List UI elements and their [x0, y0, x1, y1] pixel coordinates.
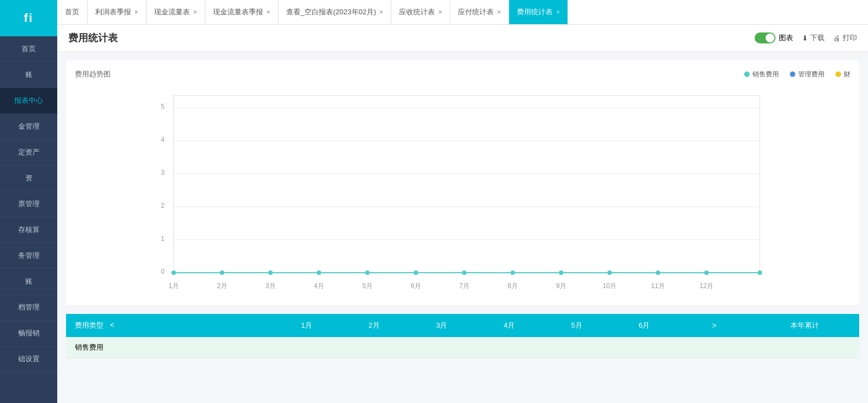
tab-home[interactable]: 首页	[57, 0, 88, 24]
svg-text:3月: 3月	[265, 282, 276, 290]
legend-mgmt: 管理费用	[790, 70, 825, 79]
legend-dot-mgmt	[790, 71, 795, 77]
svg-rect-12	[174, 96, 760, 273]
sidebar-item-report-center[interactable]: 报表中心	[0, 88, 57, 114]
svg-text:1: 1	[161, 235, 165, 242]
tab-cashflow-quarterly[interactable]: 现金流量表季报 ×	[205, 0, 279, 24]
chart-header: 费用趋势图 销售费用 管理费用 财	[75, 69, 850, 79]
sidebar-item-inventory[interactable]: 存核算	[0, 217, 57, 243]
svg-text:4月: 4月	[314, 282, 324, 290]
chart-title: 费用趋势图	[75, 69, 111, 79]
row-m4-sales	[476, 337, 543, 358]
sidebar-item-salary[interactable]: 资	[0, 165, 57, 191]
header-actions: 图表 ⬇ 下载 🖨 打印	[755, 32, 857, 43]
sidebar-item-settings[interactable]: 础设置	[0, 346, 57, 372]
tab-blank-report[interactable]: 查看_空白报表(2023年02月) ×	[279, 0, 391, 24]
print-icon: 🖨	[833, 34, 840, 42]
svg-text:2: 2	[161, 202, 165, 209]
sidebar-logo: fi	[0, 0, 57, 36]
tab-bar: 首页 利润表季报 × 现金流量表 × 现金流量表季报 × 查看_空白报表(202…	[57, 0, 868, 25]
svg-point-24	[705, 270, 709, 275]
table-header-row: 费用类型 < 1月 2月 3月 4月 5月 6月 > 本年累计	[66, 314, 859, 337]
svg-point-22	[608, 270, 612, 275]
legend-dot-finance	[836, 71, 841, 77]
sidebar-item-account[interactable]: 账	[0, 62, 57, 88]
tab-receivable[interactable]: 应收统计表 ×	[391, 0, 450, 24]
svg-text:12月: 12月	[700, 282, 713, 290]
col-header-m4: 4月	[476, 314, 543, 337]
tab-close-cashflow-quarterly[interactable]: ×	[266, 8, 270, 16]
sidebar-item-home[interactable]: 首页	[0, 36, 57, 62]
table-section: 费用类型 < 1月 2月 3月 4月 5月 6月 > 本年累计	[66, 314, 859, 358]
row-m5-sales	[543, 337, 610, 358]
tab-profit-quarterly[interactable]: 利润表季报 ×	[88, 0, 146, 24]
svg-point-17	[365, 270, 370, 275]
chart-toggle[interactable]	[755, 32, 776, 43]
legend-label-finance: 财	[844, 70, 850, 79]
col-header-ytd: 本年累计	[751, 314, 859, 337]
svg-point-15	[269, 270, 273, 275]
col-header-next: >	[678, 314, 751, 337]
row-next-sales	[678, 337, 751, 358]
col-header-m6: 6月	[610, 314, 678, 337]
next-arrow[interactable]: >	[708, 321, 721, 330]
svg-point-20	[511, 270, 515, 275]
chart-section: 费用趋势图 销售费用 管理费用 财	[66, 60, 859, 305]
svg-text:3: 3	[161, 169, 165, 176]
print-button[interactable]: 🖨 打印	[833, 33, 857, 43]
download-label: 下载	[810, 33, 825, 43]
row-m2-sales	[340, 337, 408, 358]
chart-toggle-label: 图表	[779, 33, 793, 43]
svg-text:11月: 11月	[651, 282, 665, 290]
row-m3-sales	[408, 337, 476, 358]
chart-container: 5 4 3 2 1 0	[75, 86, 850, 296]
svg-point-25	[758, 270, 762, 275]
svg-text:5: 5	[161, 103, 165, 111]
chart-legend: 销售费用 管理费用 财	[744, 70, 850, 79]
legend-sales: 销售费用	[744, 70, 779, 79]
tab-close-blank-report[interactable]: ×	[379, 8, 383, 16]
svg-point-21	[559, 270, 564, 275]
svg-point-19	[462, 270, 467, 275]
sidebar-item-business[interactable]: 务管理	[0, 243, 57, 269]
sidebar-item-fixed-assets[interactable]: 定资产	[0, 140, 57, 165]
svg-point-14	[220, 270, 225, 275]
svg-point-18	[414, 270, 418, 275]
legend-finance: 财	[836, 70, 850, 79]
line-chart: 5 4 3 2 1 0	[75, 86, 850, 295]
svg-text:4: 4	[161, 136, 165, 143]
legend-label-mgmt: 管理费用	[798, 70, 825, 79]
tab-close-cashflow[interactable]: ×	[193, 8, 197, 16]
svg-point-23	[656, 270, 660, 275]
tab-close-expense-stats[interactable]: ×	[556, 8, 560, 16]
sidebar-item-expense[interactable]: 畅报销	[0, 321, 57, 346]
tab-close-receivable[interactable]: ×	[438, 8, 442, 16]
col-header-m3: 3月	[408, 314, 476, 337]
svg-text:6月: 6月	[411, 282, 421, 290]
sidebar-item-fund-mgmt[interactable]: 金管理	[0, 114, 57, 140]
download-icon: ⬇	[802, 34, 808, 42]
tab-close-payable[interactable]: ×	[497, 8, 501, 16]
sidebar-item-archive[interactable]: 档管理	[0, 295, 57, 321]
svg-text:7月: 7月	[459, 282, 470, 290]
row-type-sales: 销售费用	[66, 337, 273, 358]
svg-text:10月: 10月	[603, 282, 616, 290]
svg-text:5月: 5月	[362, 282, 373, 290]
tab-expense-stats[interactable]: 费用统计表 ×	[509, 0, 568, 24]
tab-close-profit-quarterly[interactable]: ×	[134, 8, 138, 16]
col-header-m5: 5月	[543, 314, 610, 337]
svg-text:0: 0	[161, 268, 165, 275]
legend-dot-sales	[744, 71, 750, 77]
col-header-m1: 1月	[273, 314, 341, 337]
prev-arrow[interactable]: <	[106, 321, 119, 329]
tab-payable[interactable]: 应付统计表 ×	[450, 0, 509, 24]
chart-toggle-wrap: 图表	[755, 32, 793, 43]
sidebar-item-invoice[interactable]: 票管理	[0, 191, 57, 217]
row-ytd-sales	[751, 337, 859, 358]
legend-label-sales: 销售费用	[752, 70, 779, 79]
main-area: 首页 利润表季报 × 现金流量表 × 现金流量表季报 × 查看_空白报表(202…	[57, 0, 868, 403]
row-m6-sales	[610, 337, 678, 358]
download-button[interactable]: ⬇ 下载	[802, 33, 825, 43]
tab-cashflow[interactable]: 现金流量表 ×	[146, 0, 205, 24]
sidebar-item-ledger[interactable]: 账	[0, 269, 57, 295]
